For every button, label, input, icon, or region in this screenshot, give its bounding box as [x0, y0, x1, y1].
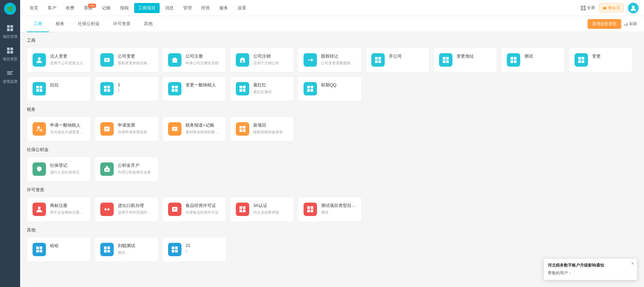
- svg-rect-54: [172, 89, 174, 92]
- card-legal-change[interactable]: 法人变更 适用于公司变更法人: [27, 48, 91, 72]
- notification-text: 尊敬的用户：: [548, 270, 633, 276]
- section-title-social: 社保公积金: [27, 147, 637, 153]
- subtab-business[interactable]: 工商: [27, 16, 49, 32]
- card-info: 申请发票 办理申请发票业务: [118, 122, 153, 135]
- card-test-project-type[interactable]: 测试项目类型目定义 测试: [298, 197, 362, 222]
- add-business-type-button[interactable]: 新增业务类型: [588, 19, 621, 29]
- topnav-ticket[interactable]: 票据 new: [80, 3, 97, 13]
- card-tax-report[interactable]: 税务报道+记账 拿到营业执照的新公司: [162, 117, 226, 141]
- topnav-settings[interactable]: 设置: [233, 3, 250, 13]
- card-3a-cert[interactable]: 3A认证 对企业信誉评级: [230, 197, 294, 222]
- topnav-bookkeeping[interactable]: 记账: [98, 3, 115, 13]
- card-info: 申请一般纳税人 当月或次月成变更完成: [50, 122, 85, 135]
- subtab-permit[interactable]: 许可资质: [106, 16, 137, 32]
- refresh-button[interactable]: 刷新: [624, 21, 637, 27]
- card-trademark[interactable]: 商标注册 用于企业商标注册服务: [27, 197, 91, 222]
- card-info: 公司注册 申请公司注册全流程: [185, 53, 220, 66]
- svg-rect-10: [7, 71, 13, 72]
- card-equity-transfer[interactable]: 股权转让 公司变更需要股权转让: [298, 48, 362, 72]
- card-company-register[interactable]: 公司注册 申请公司注册全流程: [162, 48, 226, 72]
- topnav-business[interactable]: 工商项目: [134, 3, 160, 13]
- svg-rect-91: [307, 210, 310, 212]
- card-one[interactable]: 1 1: [95, 76, 158, 101]
- card-apply-invoice[interactable]: 申请发票 办理申请发票业务: [95, 117, 158, 141]
- subtab-social[interactable]: 社保公积金: [71, 16, 106, 32]
- card-change-address[interactable]: 变更地址: [433, 48, 497, 72]
- card-icon: [168, 53, 181, 67]
- card-icon: [236, 82, 249, 95]
- new-badge: new: [88, 4, 96, 8]
- svg-rect-62: [307, 89, 310, 92]
- topnav-message[interactable]: 消息: [161, 3, 178, 13]
- card-info: 前期QQ: [321, 82, 356, 89]
- card-twenty-one[interactable]: 21 1: [162, 237, 226, 262]
- svg-rect-45: [40, 86, 42, 88]
- card-open-company[interactable]: 开公司: [366, 48, 429, 72]
- svg-rect-39: [514, 60, 517, 63]
- card-lala[interactable]: 拉拉: [27, 76, 91, 101]
- svg-rect-68: [104, 127, 110, 131]
- subtab-other[interactable]: 其他: [137, 16, 159, 32]
- topnav-operation[interactable]: 经营: [197, 3, 214, 13]
- card-company-change[interactable]: 公司变更 股权变更外的业务变更: [95, 48, 158, 72]
- card-haha[interactable]: 哈哈: [27, 237, 91, 262]
- card-name: 3A认证: [253, 203, 288, 209]
- svg-rect-11: [7, 73, 12, 73]
- sidebar-item-project-manage[interactable]: 项目管理: [0, 20, 20, 43]
- notification-close-button[interactable]: ✕: [631, 261, 634, 266]
- card-apply-taxpayer[interactable]: 申请一般纳税人 当月或次月成变更完成: [27, 117, 91, 141]
- card-info: 公积金开户 办理公积金相关业务: [118, 162, 153, 175]
- sidebar-item-project-type[interactable]: 项目类型: [0, 43, 20, 65]
- svg-rect-71: [172, 127, 177, 131]
- topnav-customer[interactable]: 客户: [44, 3, 60, 13]
- card-front-qq[interactable]: 前期QQ: [298, 76, 362, 101]
- card-fund-account[interactable]: 公积金开户 办理公积金相关业务: [95, 157, 158, 182]
- card-company-cancel[interactable]: 公司注销 适用于注销公司: [230, 48, 294, 72]
- topnav-manage[interactable]: 管理: [179, 3, 196, 13]
- card-name: 测试: [524, 53, 559, 59]
- svg-rect-8: [7, 51, 10, 54]
- svg-rect-59: [243, 89, 246, 92]
- card-name: 变更: [592, 53, 627, 59]
- user-avatar[interactable]: [628, 3, 639, 13]
- subtab-tax[interactable]: 税务: [49, 16, 71, 32]
- main-area: 首页 客户 收费 票据 new 记账 报税 工商项目 消息 管理 经营 服务 设…: [20, 0, 644, 287]
- card-ge-honghong[interactable]: 葛红红 葛红红测试: [230, 76, 294, 101]
- cards-area: 工商 法人变更 适用于公司变更法人: [20, 32, 644, 273]
- card-test[interactable]: 测试: [501, 48, 565, 72]
- svg-rect-57: [243, 86, 246, 88]
- card-info: 社保登记 进行人员社保登记: [50, 162, 85, 175]
- card-info: 税务报道+记账 拿到营业执照的新公司: [185, 122, 220, 135]
- card-change2[interactable]: 变更: [569, 48, 633, 72]
- card-info: 新项目 报税加税控盘保管: [253, 122, 288, 135]
- logo[interactable]: 🌿: [4, 3, 16, 15]
- card-desc: 报税加税控盘保管: [253, 130, 288, 135]
- topnav-home[interactable]: 首页: [25, 3, 42, 13]
- svg-rect-87: [239, 210, 242, 212]
- card-liu-test[interactable]: 刘聪测试 测试: [95, 237, 158, 262]
- sidebar-item-progress-monitor[interactable]: 进度监测: [0, 65, 20, 87]
- topnav-billing[interactable]: 收费: [62, 3, 78, 13]
- card-import-export[interactable]: 进出口权办理 适用于对外贸易经营者: [95, 197, 158, 222]
- topnav-tax[interactable]: 报税: [116, 3, 133, 13]
- member-btn[interactable]: 畅会员: [599, 3, 624, 12]
- card-name: 葛红红: [253, 82, 288, 88]
- card-icon: [168, 122, 181, 136]
- card-name: 拉拉: [50, 82, 85, 88]
- card-icon: [304, 82, 317, 95]
- card-food-permit[interactable]: 食品经营许可证 办理食品经营许可证: [162, 197, 226, 222]
- card-info: 食品经营许可证 办理食品经营许可证: [185, 203, 220, 215]
- card-name: 食品经营许可证: [185, 203, 220, 209]
- card-icon: [439, 53, 452, 67]
- card-info: 拉拉: [50, 82, 85, 89]
- card-name: 进出口权办理: [118, 203, 153, 209]
- svg-rect-89: [307, 206, 310, 209]
- card-social-register[interactable]: 社保登记 进行人员社保登记: [27, 157, 91, 182]
- card-icon: [33, 162, 46, 176]
- svg-point-20: [38, 57, 41, 60]
- fullscreen-btn[interactable]: 全屏: [581, 5, 595, 11]
- card-change-taxpayer[interactable]: 变更一般纳税人: [162, 76, 226, 101]
- card-new-project[interactable]: 新项目 报税加税控盘保管: [230, 117, 294, 141]
- topnav-service[interactable]: 服务: [215, 3, 232, 13]
- card-name: 刘聪测试: [118, 243, 153, 249]
